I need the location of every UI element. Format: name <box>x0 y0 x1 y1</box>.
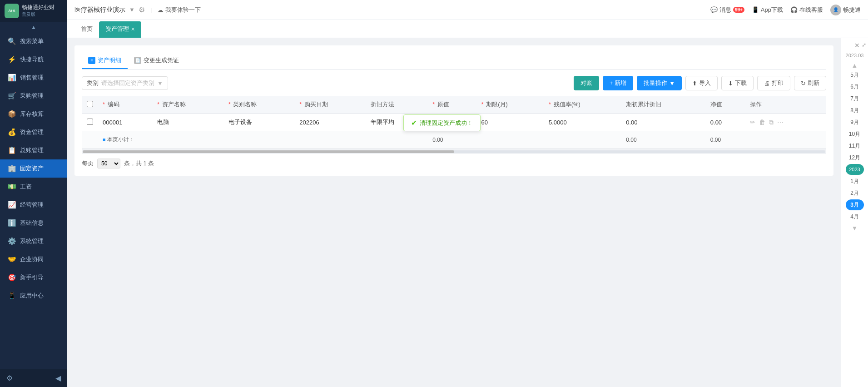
experience-btn[interactable]: ☁ 我要体验一下 <box>157 6 201 14</box>
timeline-month-4[interactable]: 4月 <box>846 211 864 222</box>
print-btn[interactable]: 🖨 打印 <box>757 76 790 90</box>
th-category: * 类别名称 <box>224 96 295 114</box>
batch-btn[interactable]: 批量操作 ▼ <box>637 76 682 90</box>
th-checkbox <box>82 96 98 114</box>
inner-tab-asset-detail[interactable]: ≡ 资产明细 <box>82 53 128 69</box>
tab-close-icon[interactable]: ✕ <box>131 26 135 32</box>
enterprise-icon: 🤝 <box>7 255 16 263</box>
edit-icon[interactable]: ✏ <box>750 119 755 126</box>
app-download-btn[interactable]: 📱 App下载 <box>752 6 783 14</box>
tab-asset-mgmt[interactable]: 资产管理 ✕ <box>99 21 141 38</box>
toast-check-icon: ✔ <box>411 119 417 127</box>
row-initial-accumulated: 0.00 <box>621 114 706 131</box>
timeline-month-11[interactable]: 11月 <box>846 140 864 151</box>
timeline-panel: ✕ ⤢ 2023.03 ▲ 5月 6月 7月 8月 9月 1 <box>841 38 868 387</box>
service-icon: 🎧 <box>790 6 798 13</box>
th-initial-accumulated: 期初累计折旧 <box>621 96 706 114</box>
cloud-icon: ☁ <box>157 6 164 14</box>
refresh-btn[interactable]: ↻ 刷新 <box>794 76 826 90</box>
timeline-expand-icon[interactable]: ⤢ <box>862 42 866 51</box>
th-residual-rate: * 残值率(%) <box>544 96 621 114</box>
sidebar-item-fixed-assets[interactable]: 🏢 固定资产 <box>0 159 67 178</box>
category-filter[interactable]: 类别 请选择固定资产类别 ▼ <box>82 76 168 90</box>
download-btn[interactable]: ⬇ 下载 <box>721 76 754 90</box>
timeline-header: 2023.03 <box>846 53 864 58</box>
tab-home[interactable]: 首页 <box>74 21 99 38</box>
subtotal-original: 0.00 <box>428 131 476 149</box>
sidebar-item-purchase[interactable]: 🛒 采购管理 <box>0 87 67 105</box>
account-btn[interactable]: 对账 <box>574 76 599 90</box>
sidebar-item-general[interactable]: 📋 总账管理 <box>0 141 67 159</box>
collapse-icon[interactable]: ◀ <box>55 374 61 382</box>
timeline-month-10[interactable]: 10月 <box>846 129 864 139</box>
subtotal-label: ■ 本页小计： <box>98 131 428 149</box>
sidebar-item-enterprise[interactable]: 🤝 企业协同 <box>0 250 67 268</box>
app-version: 普及版 <box>22 11 55 18</box>
timeline-month-12[interactable]: 12月 <box>846 152 864 163</box>
company-dropdown-icon[interactable]: ▼ <box>129 6 135 13</box>
sidebar-scroll-up[interactable]: ▲ <box>0 22 67 32</box>
notifications-btn[interactable]: 💬 消息 99+ <box>710 6 744 14</box>
inner-tabs: ≡ 资产明细 📄 变更生成凭证 <box>82 53 826 69</box>
timeline-month-8[interactable]: 8月 <box>846 105 864 116</box>
sidebar-item-sales[interactable]: 📊 销售管理 <box>0 69 67 87</box>
change-voucher-tab-icon: 📄 <box>134 57 141 64</box>
row-code: 000001 <box>98 114 153 131</box>
timeline-month-9[interactable]: 9月 <box>846 117 864 128</box>
timeline-month-2[interactable]: 2月 <box>846 188 864 198</box>
sidebar-item-operations[interactable]: 📈 经营管理 <box>0 196 67 214</box>
copy-icon[interactable]: ⧉ <box>769 119 774 126</box>
download-icon: 📱 <box>752 6 759 13</box>
sidebar-item-basic-info[interactable]: ℹ️ 基础信息 <box>0 214 67 232</box>
row-actions: ✏ 🗑 ⧉ ⋯ <box>745 114 826 131</box>
main-card: ≡ 资产明细 📄 变更生成凭证 类别 <box>74 45 833 176</box>
app-name: 畅捷通好业财 <box>22 4 55 11</box>
sidebar-item-guide[interactable]: 🎯 新手引导 <box>0 268 67 287</box>
timeline-up-arrow[interactable]: ▲ <box>852 62 858 69</box>
main-area: 医疗器械行业演示 ▼ ⚙ | ☁ 我要体验一下 💬 消息 99+ 📱 App下载… <box>67 0 868 387</box>
select-all-checkbox[interactable] <box>87 101 93 107</box>
row-purchase-date: 202206 <box>295 114 366 131</box>
sidebar-item-quick-nav[interactable]: ⚡ 快捷导航 <box>0 50 67 69</box>
timeline-month-3-current[interactable]: 3月 <box>846 199 864 210</box>
sidebar-item-search[interactable]: 🔍 搜索菜单 <box>0 32 67 50</box>
th-code: * 编码 <box>98 96 153 114</box>
sidebar-item-app-center[interactable]: 📱 应用中心 <box>0 287 67 305</box>
timeline-close-icon[interactable]: ✕ <box>854 42 860 49</box>
sidebar-item-system[interactable]: ⚙️ 系统管理 <box>0 232 67 250</box>
settings-icon[interactable]: ⚙ <box>6 374 13 382</box>
download-icon: ⬇ <box>728 80 733 87</box>
row-checkbox[interactable] <box>87 119 93 125</box>
header-settings-icon[interactable]: ⚙ <box>139 5 145 14</box>
online-service-btn[interactable]: 🎧 在线客服 <box>790 6 823 14</box>
horizontal-scrollbar[interactable] <box>82 149 826 154</box>
header: 医疗器械行业演示 ▼ ⚙ | ☁ 我要体验一下 💬 消息 99+ 📱 App下载… <box>67 0 868 20</box>
timeline-month-1[interactable]: 1月 <box>846 176 864 187</box>
timeline-month-6[interactable]: 6月 <box>846 81 864 92</box>
print-icon: 🖨 <box>764 80 770 87</box>
new-btn[interactable]: + 新增 <box>603 76 633 90</box>
total-count: 条，共 1 条 <box>124 159 154 168</box>
table-row: 000001 电脑 电子设备 202206 年限平均 ✔ 清理固定资产成功！ <box>82 114 826 131</box>
quick-nav-icon: ⚡ <box>7 55 16 64</box>
subtotal-initial: 0.00 <box>621 131 706 149</box>
inner-tab-change-voucher[interactable]: 📄 变更生成凭证 <box>128 53 185 69</box>
sidebar-nav: 🔍 搜索菜单 ⚡ 快捷导航 📊 销售管理 🛒 采购管理 📦 库存核算 💰 资金管… <box>0 32 67 369</box>
sidebar-item-payroll[interactable]: 💵 工资 <box>0 178 67 196</box>
user-menu[interactable]: 👤 畅捷通 <box>830 5 861 15</box>
timeline-month-7[interactable]: 7月 <box>846 93 864 104</box>
bell-icon: 💬 <box>710 6 718 13</box>
import-btn[interactable]: ⬆ 导入 <box>685 76 718 90</box>
guide-icon: 🎯 <box>7 273 16 282</box>
timeline-down-arrow[interactable]: ▼ <box>852 224 858 232</box>
timeline-month-5[interactable]: 5月 <box>846 69 864 80</box>
delete-icon[interactable]: 🗑 <box>759 119 765 126</box>
sidebar-item-finance[interactable]: 💰 资金管理 <box>0 123 67 141</box>
sidebar-item-inventory[interactable]: 📦 库存核算 <box>0 105 67 123</box>
page-size-select[interactable]: 10 20 50 100 <box>97 159 120 169</box>
timeline-year-badge[interactable]: 2023 <box>846 164 864 175</box>
more-icon[interactable]: ⋯ <box>777 119 784 126</box>
row-period: 60 <box>477 114 544 131</box>
row-residual-rate: 5.0000 <box>544 114 621 131</box>
purchase-icon: 🛒 <box>7 92 16 100</box>
